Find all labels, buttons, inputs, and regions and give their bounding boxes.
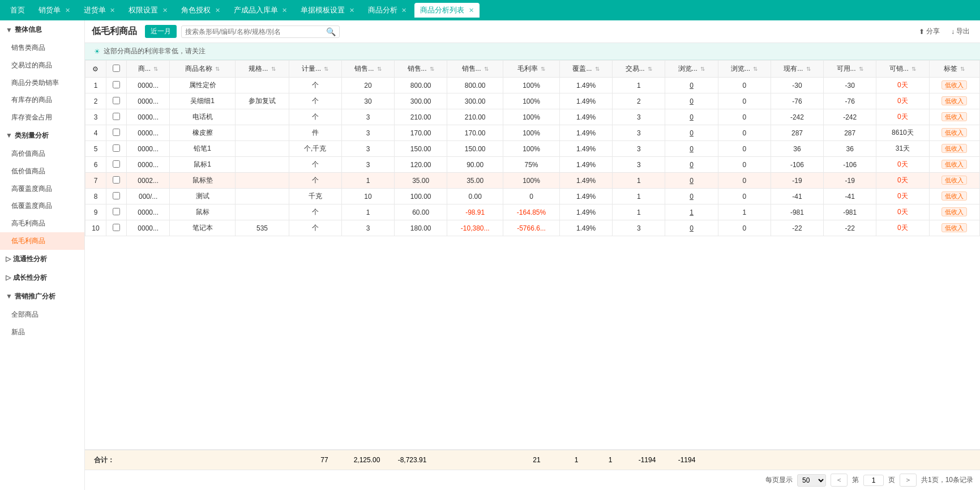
prev-page-button[interactable]: ＜ (831, 474, 848, 487)
next-page-button[interactable]: ＞ (900, 474, 917, 487)
sidebar-item-high-coverage[interactable]: 高覆盖度商品 (0, 180, 84, 198)
row-current-stock: -41 (771, 189, 823, 204)
sidebar-item-traded-products[interactable]: 交易过的商品 (0, 57, 84, 74)
col-sellable[interactable]: 可销... ⇅ (876, 61, 929, 78)
row-check[interactable] (113, 208, 120, 215)
sidebar-group-marketing[interactable]: ▼ 营销推广分析 (0, 287, 84, 306)
nav-item-role[interactable]: 角色授权 ✕ (176, 3, 226, 18)
sidebar-group-growth[interactable]: ▷ 成长性分析 (0, 269, 84, 287)
row-view1[interactable]: 0 (665, 173, 718, 189)
row-num: 6 (85, 157, 106, 173)
search-input[interactable] (185, 28, 326, 36)
row-tag: 低收入 (929, 109, 979, 125)
sidebar-item-all-products[interactable]: 全部商品 (0, 306, 84, 323)
close-icon[interactable]: ✕ (282, 7, 287, 14)
row-checkbox[interactable] (106, 173, 126, 189)
row-checkbox[interactable] (106, 125, 126, 141)
row-view1[interactable]: 0 (665, 125, 718, 141)
sidebar-item-low-value[interactable]: 低价值商品 (0, 163, 84, 180)
col-sale-qty[interactable]: 销售... ⇅ (341, 61, 394, 78)
nav-item-template[interactable]: 单据模板设置 ✕ (295, 3, 360, 18)
col-view1[interactable]: 浏览... ⇅ (665, 61, 718, 78)
row-check[interactable] (113, 192, 120, 199)
sidebar-item-new-products[interactable]: 新品 (0, 323, 84, 341)
select-all-checkbox[interactable] (113, 65, 120, 72)
tag-badge: 低收入 (942, 128, 967, 137)
export-button[interactable]: ↓ 导出 (948, 25, 973, 38)
row-checkbox[interactable] (106, 204, 126, 220)
close-icon[interactable]: ✕ (162, 7, 168, 14)
nav-item-permission[interactable]: 权限设置 ✕ (123, 3, 173, 18)
col-spec[interactable]: 规格... ⇅ (236, 61, 289, 78)
sidebar-item-sales-products[interactable]: 销售类商品 (0, 39, 84, 57)
col-sale-profit[interactable]: 销售... ⇅ (447, 61, 503, 78)
row-checkbox[interactable] (106, 157, 126, 173)
col-settings[interactable]: ⚙ (85, 61, 106, 78)
col-gross-margin[interactable]: 毛利率 ⇅ (503, 61, 560, 78)
nav-item-purchase[interactable]: 进货单 ✕ (78, 3, 121, 18)
row-checkbox[interactable] (106, 220, 126, 236)
row-view1[interactable]: 0 (665, 220, 718, 236)
sidebar-item-low-coverage[interactable]: 低覆盖度商品 (0, 197, 84, 215)
sidebar-item-high-value[interactable]: 高价值商品 (0, 145, 84, 163)
row-view1[interactable]: 0 (665, 109, 718, 125)
share-button[interactable]: ⬆ 分享 (915, 25, 943, 38)
sidebar-group-circulation[interactable]: ▷ 流通性分析 (0, 250, 84, 269)
row-view1[interactable]: 1 (665, 204, 718, 220)
nav-item-product-entry[interactable]: 产成品入库单 ✕ (228, 3, 293, 18)
row-view1[interactable]: 0 (665, 93, 718, 109)
col-view2[interactable]: 浏览... ⇅ (718, 61, 771, 78)
period-button[interactable]: 近一月 (145, 25, 177, 38)
row-check[interactable] (113, 224, 120, 231)
close-icon[interactable]: ✕ (110, 7, 115, 14)
row-view1[interactable]: 0 (665, 157, 718, 173)
col-tag[interactable]: 标签 ⇅ (929, 61, 979, 78)
close-icon[interactable]: ✕ (65, 7, 70, 14)
page-suffix: 页 (888, 475, 895, 485)
sidebar-item-stock-capital[interactable]: 库存资金占用 (0, 109, 84, 126)
col-unit[interactable]: 计量... ⇅ (289, 61, 341, 78)
row-check[interactable] (113, 129, 120, 136)
row-checkbox[interactable] (106, 109, 126, 125)
row-unit: 个 (289, 93, 341, 109)
row-sale-amount: 180.00 (395, 220, 447, 236)
per-page-select[interactable]: 50 20 100 (797, 474, 826, 487)
sidebar-group-overall[interactable]: ▼ 整体信息 (0, 20, 84, 39)
col-sale-amount[interactable]: 销售... ⇅ (395, 61, 447, 78)
row-view1[interactable]: 0 (665, 78, 718, 93)
row-check[interactable] (113, 160, 120, 168)
col-name[interactable]: 商品名称 ⇅ (169, 61, 235, 78)
close-icon[interactable]: ✕ (349, 7, 354, 14)
row-view1[interactable]: 0 (665, 189, 718, 204)
sidebar-item-in-stock[interactable]: 有库存的商品 (0, 91, 84, 109)
col-current-stock[interactable]: 现有... ⇅ (771, 61, 823, 78)
row-checkbox[interactable] (106, 189, 126, 204)
row-view1[interactable]: 0 (665, 141, 718, 157)
col-coverage[interactable]: 覆盖... ⇅ (559, 61, 612, 78)
row-checkbox[interactable] (106, 93, 126, 109)
nav-item-sales[interactable]: 销货单 ✕ (33, 3, 76, 18)
sidebar-item-high-margin[interactable]: 高毛利商品 (0, 215, 84, 232)
row-check[interactable] (113, 176, 120, 184)
nav-item-product-analysis[interactable]: 商品分析 ✕ (362, 3, 413, 18)
close-icon[interactable]: ✕ (215, 7, 220, 14)
sidebar-item-category-rate[interactable]: 商品分类助销率 (0, 74, 84, 92)
col-available[interactable]: 可用... ⇅ (824, 61, 876, 78)
col-code[interactable]: 商... ⇅ (127, 61, 170, 78)
row-checkbox[interactable] (106, 141, 126, 157)
nav-item-product-analysis-list[interactable]: 商品分析列表 ✕ (414, 3, 480, 18)
col-checkbox[interactable] (106, 61, 126, 78)
row-check[interactable] (113, 81, 120, 88)
row-tag: 低收入 (929, 125, 979, 141)
row-check[interactable] (113, 97, 120, 104)
close-icon[interactable]: ✕ (401, 7, 406, 14)
col-trade-count[interactable]: 交易... ⇅ (613, 61, 665, 78)
row-checkbox[interactable] (106, 78, 126, 93)
sidebar-item-low-margin[interactable]: 低毛利商品 (0, 232, 84, 250)
sidebar-group-class-analysis[interactable]: ▼ 类别量分析 (0, 126, 84, 145)
nav-item-home[interactable]: 首页 (5, 3, 31, 18)
close-icon[interactable]: ✕ (469, 7, 474, 14)
row-check[interactable] (113, 144, 120, 152)
page-input[interactable] (863, 475, 884, 486)
row-check[interactable] (113, 113, 120, 120)
